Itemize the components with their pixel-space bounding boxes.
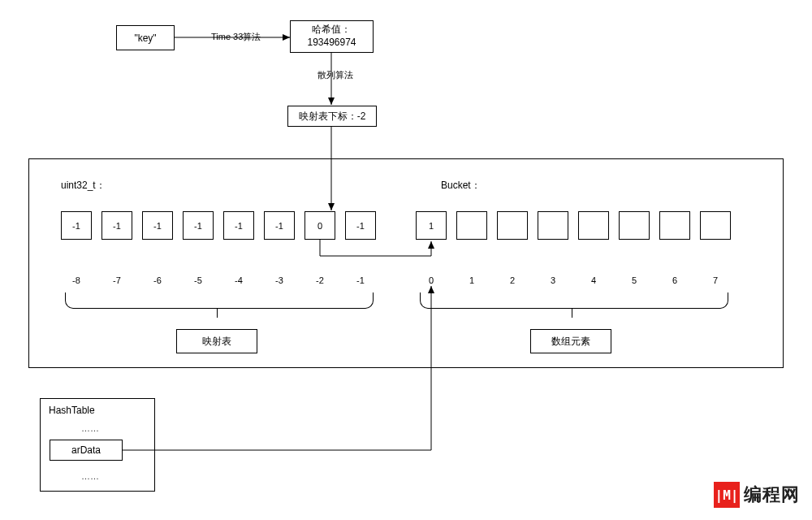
bucket-cell <box>456 211 487 240</box>
map-brace-stem <box>217 308 222 318</box>
bucket-cell <box>538 211 568 240</box>
map-cell: -1 <box>61 211 92 240</box>
map-cell-row: -1 -1 -1 -1 -1 -1 0 -1 <box>61 211 376 240</box>
bucket-idx-row: 0 1 2 3 4 5 6 7 <box>416 275 731 285</box>
map-idx: -8 <box>61 275 92 285</box>
edge-time33-label: Time 33算法 <box>211 31 261 43</box>
map-cell: -1 <box>345 211 376 240</box>
map-cell: 0 <box>304 211 335 240</box>
hashtable-dots-1: …… <box>81 423 99 433</box>
hash-box: 哈希值： 193496974 <box>290 20 374 53</box>
hash-box-line2: 193496974 <box>307 37 356 50</box>
map-cell: -1 <box>142 211 173 240</box>
ardata-box: arData <box>50 440 123 461</box>
logo-text: 编程网 <box>744 483 800 507</box>
key-box: "key" <box>116 25 175 50</box>
memory-container <box>28 158 784 368</box>
bucket-idx: 4 <box>578 275 609 285</box>
map-idx: -1 <box>345 275 376 285</box>
map-idx: -2 <box>304 275 335 285</box>
map-idx: -6 <box>142 275 173 285</box>
bucket-idx: 6 <box>659 275 690 285</box>
bucket-label: Bucket： <box>441 179 481 193</box>
logo-icon: |M| <box>714 482 740 508</box>
bucket-brace-stem <box>572 308 577 318</box>
bucket-cell <box>700 211 731 240</box>
map-idx-row: -8 -7 -6 -5 -4 -3 -2 -1 <box>61 275 376 285</box>
map-cell: -1 <box>102 211 132 240</box>
bucket-cell: 1 <box>416 211 447 240</box>
arr-label-text: 数组元素 <box>551 335 590 349</box>
map-idx: -5 <box>183 275 214 285</box>
ardata-text: arData <box>71 444 101 456</box>
bucket-idx: 7 <box>700 275 731 285</box>
hashtable-label: HashTable <box>49 405 95 416</box>
key-box-text: "key" <box>134 32 156 44</box>
hashtable-dots-2: …… <box>81 471 99 481</box>
bucket-idx: 1 <box>456 275 487 285</box>
arr-label-box: 数组元素 <box>530 329 611 353</box>
mapidx-box: 映射表下标：-2 <box>287 106 377 127</box>
bucket-cell <box>619 211 650 240</box>
map-idx: -7 <box>102 275 132 285</box>
map-idx: -4 <box>223 275 254 285</box>
hash-box-line1: 哈希值： <box>307 24 356 37</box>
bucket-idx: 0 <box>416 275 447 285</box>
bucket-idx: 5 <box>619 275 650 285</box>
bucket-cell <box>659 211 690 240</box>
map-label-box: 映射表 <box>176 329 257 353</box>
bucket-brace <box>420 292 728 309</box>
site-logo: |M| 编程网 <box>714 482 800 508</box>
bucket-idx: 3 <box>538 275 568 285</box>
uint-label: uint32_t： <box>61 179 106 193</box>
map-cell: -1 <box>223 211 254 240</box>
bucket-cell-row: 1 <box>416 211 731 240</box>
bucket-cell <box>497 211 528 240</box>
mapidx-box-text: 映射表下标：-2 <box>299 110 366 124</box>
map-brace <box>65 292 374 309</box>
bucket-idx: 2 <box>497 275 528 285</box>
bucket-cell <box>578 211 609 240</box>
map-idx: -3 <box>264 275 295 285</box>
edge-scatter-label: 散列算法 <box>317 69 353 81</box>
map-cell: -1 <box>183 211 214 240</box>
map-cell: -1 <box>264 211 295 240</box>
logo-icon-text: |M| <box>715 488 739 503</box>
map-label-text: 映射表 <box>202 335 231 349</box>
